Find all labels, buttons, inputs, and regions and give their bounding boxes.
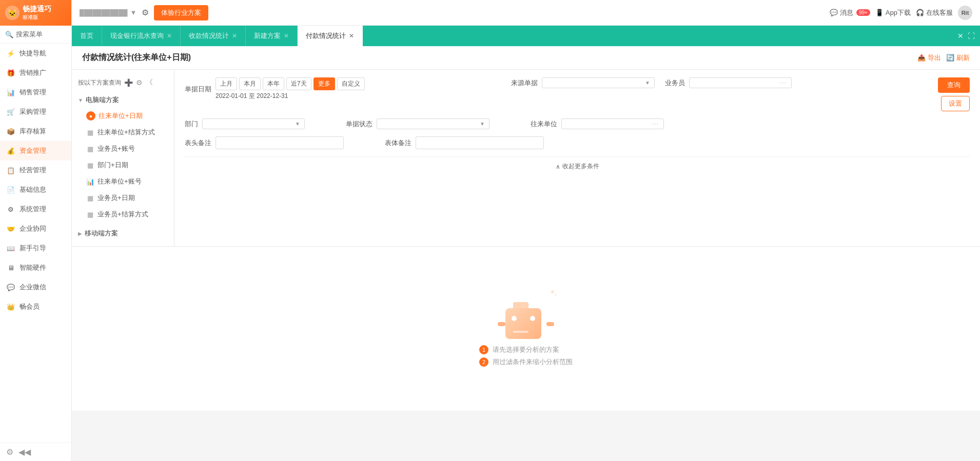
scheme-item-salesperson-settlement[interactable]: ▦ 业务员+结算方式 xyxy=(72,206,174,223)
filter-row-1: 单据日期 上月 本月 本年 近7天 更多 自定义 2022-01-01 至 20… xyxy=(185,77,970,111)
source-bill-label: 来源单据 xyxy=(511,78,538,88)
collapse-scheme-panel-button[interactable]: 《 xyxy=(146,78,153,87)
sidebar-item-member[interactable]: 👑 畅会员 xyxy=(0,297,71,316)
export-button[interactable]: 📤 导出 xyxy=(917,53,941,63)
tab-new-plan[interactable]: 新建方案 ✕ xyxy=(246,26,298,46)
bill-status-label: 单据状态 xyxy=(346,119,373,129)
scheme-category-desktop[interactable]: ▼ 电脑端方案 xyxy=(72,92,174,108)
sidebar-item-marketing[interactable]: 🎁 营销推广 xyxy=(0,63,71,83)
scheme-item-dept-date[interactable]: ▦ 部门+日期 xyxy=(72,157,174,173)
breadcrumb-dropdown[interactable]: ▼ xyxy=(130,9,137,16)
tab-bank[interactable]: 现金银行流水查询 ✕ xyxy=(102,26,181,46)
tab-home[interactable]: 首页 xyxy=(72,26,102,46)
sidebar-item-label: 企业微信 xyxy=(19,283,46,292)
close-all-tabs-icon[interactable]: ✕ xyxy=(957,32,964,40)
sidebar-item-label: 销售管理 xyxy=(19,88,46,97)
footer-collapse-icon[interactable]: ◀◀ xyxy=(18,447,31,457)
add-scheme-button[interactable]: ➕ xyxy=(124,78,133,87)
sidebar-item-sales[interactable]: 📊 销售管理 xyxy=(0,83,71,102)
app-version: 标准版 xyxy=(23,14,51,21)
bill-status-select[interactable]: ▼ xyxy=(377,118,489,129)
empty-illustration xyxy=(495,288,557,339)
member-icon: 👑 xyxy=(6,302,15,311)
body-note-input[interactable] xyxy=(416,136,544,149)
fullscreen-icon[interactable]: ⛶ xyxy=(968,32,975,40)
tab-bank-close[interactable]: ✕ xyxy=(167,32,172,39)
filter-settings-button[interactable]: 设置 xyxy=(941,96,970,111)
sidebar-item-operation[interactable]: 📋 经营管理 xyxy=(0,161,71,180)
sidebar-item-hardware[interactable]: 🖥 智能硬件 xyxy=(0,258,71,277)
source-bill-select[interactable]: ▼ xyxy=(542,77,655,88)
scheme-item-salesperson-date[interactable]: ▦ 业务员+日期 xyxy=(72,190,174,206)
tab-payments[interactable]: 付款情况统计 ✕ xyxy=(298,26,363,46)
filter-actions: 查询 设置 xyxy=(938,77,970,111)
query-button[interactable]: 查询 xyxy=(938,77,970,93)
scheme-item-partner-account[interactable]: 📊 往来单位+账号 xyxy=(72,173,174,190)
date-btn-this-year[interactable]: 本年 xyxy=(263,77,284,90)
refresh-button[interactable]: 🔄 刷新 xyxy=(946,53,970,63)
sidebar-item-wechat[interactable]: 💬 企业微信 xyxy=(0,277,71,297)
date-btn-custom[interactable]: 自定义 xyxy=(337,77,365,90)
scheme-category-mobile[interactable]: ▶ 移动端方案 xyxy=(72,226,174,241)
sidebar-item-enterprise[interactable]: 🤝 企业协同 xyxy=(0,219,71,238)
sidebar-item-system[interactable]: ⚙ 系统管理 xyxy=(0,199,71,219)
bill-date-label: 单据日期 xyxy=(185,85,211,94)
tab-receipts[interactable]: 收款情况统计 ✕ xyxy=(181,26,246,46)
empty-state: 1 请先选择要分析的方案 2 用过滤条件来缩小分析范围 xyxy=(72,247,980,411)
sidebar-item-purchase[interactable]: 🛒 采购管理 xyxy=(0,102,71,122)
salesperson-select[interactable]: ··· xyxy=(689,77,792,88)
filter-source-bill: 来源单据 ▼ xyxy=(511,77,655,88)
scheme-item-partner-settlement[interactable]: ▦ 往来单位+结算方式 xyxy=(72,124,174,141)
scheme-item-label: 往来单位+账号 xyxy=(97,177,142,186)
scheme-item-label: 业务员+结算方式 xyxy=(97,210,148,219)
scheme-settings-button[interactable]: ⚙ xyxy=(136,78,143,87)
scheme-item-label: 往来单位+日期 xyxy=(99,111,143,121)
filter-partner: 往来单位 ··· xyxy=(531,118,664,129)
scheme-item-salesperson-account[interactable]: ▦ 业务员+账号 xyxy=(72,141,174,157)
sidebar-item-inventory[interactable]: 📦 库存核算 xyxy=(0,122,71,141)
date-btn-this-month[interactable]: 本月 xyxy=(239,77,261,90)
trial-industry-button[interactable]: 体验行业方案 xyxy=(154,5,208,21)
online-service-button[interactable]: 🎧 在线客服 xyxy=(916,8,953,17)
table-icon-1: ▦ xyxy=(86,128,94,136)
sidebar-item-quick-nav[interactable]: ⚡ 快捷导航 xyxy=(0,44,71,63)
enterprise-icon: 🤝 xyxy=(6,224,15,233)
search-menu[interactable]: 🔍 搜索菜单 xyxy=(0,26,71,44)
tabbar-end-actions: ✕ ⛶ xyxy=(952,26,980,46)
date-btn-last-7-days[interactable]: 近7天 xyxy=(286,77,311,90)
department-select[interactable]: ▼ xyxy=(202,118,305,129)
date-btn-last-month[interactable]: 上月 xyxy=(215,77,237,90)
scheme-item-label: 业务员+账号 xyxy=(97,144,135,153)
tab-payments-close[interactable]: ✕ xyxy=(349,32,354,39)
scheme-item-partner-date[interactable]: ● 往来单位+日期 xyxy=(72,108,174,124)
footer-settings-icon[interactable]: ⚙ xyxy=(6,447,13,457)
table-icon-5: ▦ xyxy=(86,210,94,218)
tab-payments-label: 付款情况统计 xyxy=(306,31,346,41)
messages-button[interactable]: 💬 消息 99+ xyxy=(830,8,870,17)
tab-receipts-label: 收款情况统计 xyxy=(189,31,229,41)
service-icon: 🎧 xyxy=(916,9,924,16)
active-indicator: ● xyxy=(86,111,95,121)
sidebar-item-guide[interactable]: 📖 新手引导 xyxy=(0,238,71,258)
app-download-button[interactable]: 📱 App下载 xyxy=(875,8,911,17)
partner-select[interactable]: ··· xyxy=(561,118,664,129)
header-note-input[interactable] xyxy=(215,136,344,149)
messages-badge: 99+ xyxy=(856,9,870,16)
breadcrumb: ███████████ ▼ xyxy=(80,9,136,16)
collapse-filters-button[interactable]: ∧ 收起更多条件 xyxy=(185,156,970,176)
date-btn-more[interactable]: 更多 xyxy=(313,77,335,90)
marketing-icon: 🎁 xyxy=(6,68,15,77)
tab-receipts-close[interactable]: ✕ xyxy=(232,32,237,39)
page-header: 付款情况统计(往来单位+日期) 📤 导出 🔄 刷新 xyxy=(72,46,980,70)
user-avatar[interactable]: Rit xyxy=(958,6,972,20)
tab-new-plan-close[interactable]: ✕ xyxy=(284,32,289,39)
filter-department: 部门 ▼ xyxy=(185,118,305,129)
refresh-icon: 🔄 xyxy=(946,54,954,62)
table-icon-4: ▦ xyxy=(86,194,94,202)
source-bill-arrow: ▼ xyxy=(645,80,650,86)
online-service-label: 在线客服 xyxy=(926,8,953,17)
sidebar-item-fund[interactable]: 💰 资金管理 xyxy=(0,141,71,161)
topbar-settings-icon[interactable]: ⚙ xyxy=(142,8,149,17)
sidebar-item-basic[interactable]: 📄 基础信息 xyxy=(0,180,71,199)
sidebar-item-label: 基础信息 xyxy=(19,185,46,194)
